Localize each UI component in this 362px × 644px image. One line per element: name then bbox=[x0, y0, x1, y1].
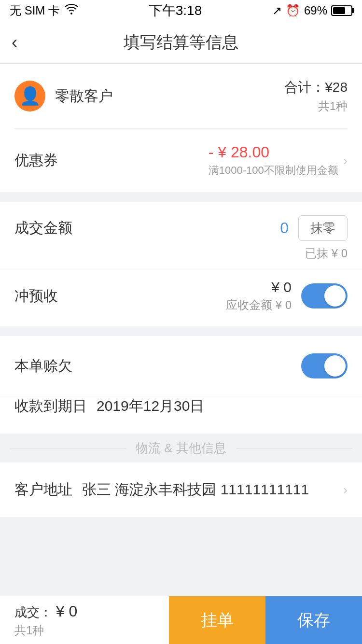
nav-bar: ‹ 填写结算等信息 bbox=[0, 21, 362, 64]
debt-toggle-knob bbox=[324, 355, 346, 377]
deal-amount-row: 成交金额 0 抹零 bbox=[14, 202, 348, 246]
customer-row: 👤 零散客户 合计：¥28 共1种 bbox=[14, 64, 348, 129]
customer-name: 零散客户 bbox=[55, 86, 113, 106]
debt-toggle[interactable] bbox=[301, 353, 348, 378]
prereceive-sub: 应收金额 ¥ 0 bbox=[226, 297, 292, 313]
debt-label: 本单赊欠 bbox=[14, 356, 72, 376]
save-button[interactable]: 保存 bbox=[265, 596, 362, 644]
status-left: 无 SIM 卡 bbox=[10, 3, 78, 18]
toggle-knob bbox=[324, 285, 346, 307]
deal-amount-value: 0 bbox=[280, 219, 289, 237]
coupon-label: 优惠券 bbox=[14, 151, 58, 170]
alarm-icon: ⏰ bbox=[286, 4, 300, 17]
logistics-line-right bbox=[236, 448, 352, 448]
status-right: ↗ ⏰ 69% bbox=[272, 4, 352, 17]
coupon-desc: 满1000-100不限制使用金额 bbox=[209, 163, 338, 178]
avatar: 👤 bbox=[14, 81, 45, 112]
address-section: 客户地址 张三 海淀永丰科技园 11111111111 › bbox=[0, 462, 362, 517]
round-button[interactable]: 抹零 bbox=[298, 215, 348, 241]
customer-total: 合计：¥28 bbox=[284, 78, 348, 97]
address-chevron-icon: › bbox=[343, 482, 348, 498]
address-value: 张三 海淀永丰科技园 11111111111 bbox=[82, 480, 343, 500]
status-bar: 无 SIM 卡 下午3:18 ↗ ⏰ 69% bbox=[0, 0, 362, 21]
page-title: 填写结算等信息 bbox=[124, 31, 238, 54]
location-icon: ↗ bbox=[272, 4, 282, 17]
battery-percent: 69% bbox=[304, 4, 327, 17]
bottom-count: 共1种 bbox=[14, 623, 154, 638]
debt-section: 本单赊欠 收款到期日 2019年12月30日 bbox=[0, 336, 362, 434]
deal-amount-label: 成交金额 bbox=[14, 218, 72, 238]
prereceive-values: ¥ 0 应收金额 ¥ 0 bbox=[226, 279, 292, 313]
section-divider-2 bbox=[0, 326, 362, 336]
coupon-amount: - ¥ 28.00 bbox=[209, 143, 338, 161]
prereceive-label: 冲预收 bbox=[14, 286, 58, 306]
duedate-value: 2019年12月30日 bbox=[97, 396, 204, 416]
avatar-icon: 👤 bbox=[19, 86, 41, 106]
chevron-right-icon: › bbox=[343, 153, 348, 168]
deal-right: 0 抹零 bbox=[280, 215, 348, 241]
battery-icon bbox=[331, 5, 352, 16]
address-label: 客户地址 bbox=[14, 480, 72, 500]
debt-row: 本单赊欠 bbox=[14, 336, 348, 396]
deal-amount-section: 成交金额 0 抹零 已抹 ¥ 0 冲预收 ¥ 0 应收金额 ¥ 0 bbox=[0, 202, 362, 326]
customer-right: 合计：¥28 共1种 bbox=[284, 78, 348, 114]
section-divider-1 bbox=[0, 192, 362, 202]
prereceive-row: 冲预收 ¥ 0 应收金额 ¥ 0 bbox=[14, 269, 348, 326]
bottom-bar: 成交： ¥ 0 共1种 挂单 保存 bbox=[0, 596, 362, 644]
prereceive-right: ¥ 0 应收金额 ¥ 0 bbox=[226, 279, 348, 313]
coupon-section: 优惠券 - ¥ 28.00 满1000-100不限制使用金额 › bbox=[0, 129, 362, 192]
customer-count: 共1种 bbox=[284, 98, 348, 114]
logistics-text: 物流 & 其他信息 bbox=[136, 440, 226, 457]
coupon-info: - ¥ 28.00 满1000-100不限制使用金额 bbox=[209, 143, 338, 178]
bottom-deal-row: 成交： ¥ 0 bbox=[14, 602, 154, 621]
prereceive-toggle[interactable] bbox=[301, 283, 348, 308]
back-button[interactable]: ‹ bbox=[12, 32, 17, 53]
wifi-icon bbox=[65, 4, 78, 17]
logistics-line-left bbox=[10, 448, 126, 448]
bottom-deal-value: ¥ 0 bbox=[56, 602, 77, 620]
status-time: 下午3:18 bbox=[149, 1, 202, 20]
bottom-spacer bbox=[0, 517, 362, 575]
customer-section: 👤 零散客户 合计：¥28 共1种 bbox=[0, 64, 362, 129]
customer-left: 👤 零散客户 bbox=[14, 81, 113, 112]
bottom-info: 成交： ¥ 0 共1种 bbox=[0, 602, 169, 638]
address-row[interactable]: 客户地址 张三 海淀永丰科技园 11111111111 › bbox=[14, 462, 348, 517]
bottom-deal-label: 成交： bbox=[14, 605, 52, 619]
sim-label: 无 SIM 卡 bbox=[10, 3, 60, 18]
logistics-divider: 物流 & 其他信息 bbox=[0, 434, 362, 462]
coupon-right: - ¥ 28.00 满1000-100不限制使用金额 › bbox=[209, 143, 348, 178]
duedate-row[interactable]: 收款到期日 2019年12月30日 bbox=[14, 396, 348, 434]
duedate-label: 收款到期日 bbox=[14, 396, 87, 416]
deal-sub-label: 已抹 ¥ 0 bbox=[14, 246, 348, 269]
hang-button[interactable]: 挂单 bbox=[169, 596, 265, 644]
coupon-row[interactable]: 优惠券 - ¥ 28.00 满1000-100不限制使用金额 › bbox=[14, 129, 348, 192]
prereceive-amount: ¥ 0 bbox=[226, 279, 292, 295]
